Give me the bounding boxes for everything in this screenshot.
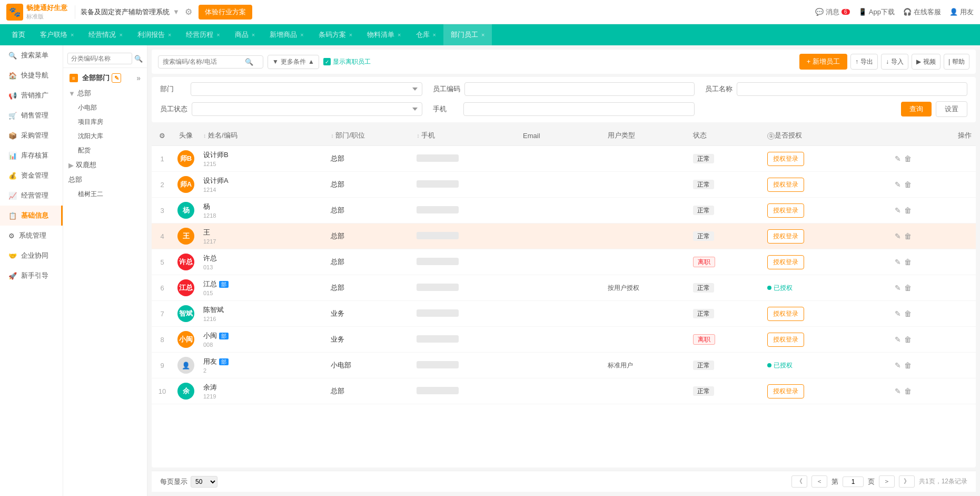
sidebar-item-sales[interactable]: 🛒 销售管理: [0, 105, 63, 125]
tab-history[interactable]: 经营历程 ×: [179, 24, 227, 45]
settings-icon[interactable]: ⚙: [159, 132, 165, 140]
add-employee-button[interactable]: + 新增员工: [799, 54, 847, 70]
delete-icon[interactable]: 🗑: [904, 206, 912, 215]
sort-icon[interactable]: ↕: [203, 132, 206, 139]
reset-button[interactable]: 设置: [936, 101, 967, 117]
sidebar-item-search[interactable]: 🔍 搜索菜单: [0, 45, 63, 65]
tree-node-xiaodian[interactable]: 小电部: [63, 101, 147, 115]
edit-icon[interactable]: ✎: [895, 180, 901, 189]
search-button[interactable]: 查询: [901, 102, 932, 116]
dept-select[interactable]: [191, 82, 422, 96]
edit-icon[interactable]: ✎: [895, 335, 901, 344]
sidebar-item-collab[interactable]: 🤝 企业协同: [0, 246, 63, 266]
tree-node-project[interactable]: 项目库房: [63, 115, 147, 129]
emp-code-input[interactable]: [464, 82, 695, 96]
per-page-select[interactable]: 50 20 100: [191, 476, 217, 488]
sidebar-item-guide[interactable]: 🚀 新手引导: [0, 266, 63, 286]
close-icon[interactable]: ×: [119, 32, 122, 38]
edit-icon[interactable]: ✎: [895, 154, 901, 163]
tree-node-headquarters[interactable]: ▼ 总部: [63, 86, 147, 101]
tab-goods[interactable]: 商品 ×: [227, 24, 262, 45]
app-download-button[interactable]: 📱 App下载: [858, 7, 895, 17]
close-icon[interactable]: ×: [349, 32, 352, 38]
tab-profit[interactable]: 利润报告 ×: [130, 24, 179, 45]
auth-button[interactable]: 授权登录: [767, 203, 804, 218]
next-page-button[interactable]: ＞: [879, 475, 895, 488]
sidebar-item-inventory[interactable]: 📊 库存核算: [0, 145, 63, 166]
export-button[interactable]: ↑ 导出: [850, 54, 878, 70]
trial-button[interactable]: 体验行业方案: [199, 5, 252, 20]
close-icon[interactable]: ×: [398, 32, 401, 38]
sidebar-item-system[interactable]: ⚙ 系统管理: [0, 226, 63, 246]
online-service-button[interactable]: 🎧 在线客服: [903, 7, 941, 17]
auth-button[interactable]: 授权登录: [767, 152, 804, 166]
sidebar-item-finance[interactable]: 💰 资金管理: [0, 166, 63, 186]
tab-department[interactable]: 部门员工 ×: [443, 24, 492, 45]
tree-node-peihuo[interactable]: 配货: [63, 143, 147, 158]
status-select[interactable]: [192, 102, 422, 116]
tree-node-zongbu[interactable]: 总部: [63, 172, 147, 187]
delete-icon[interactable]: 🗑: [904, 284, 912, 292]
gear-icon[interactable]: ⚙: [185, 7, 192, 17]
delete-icon[interactable]: 🗑: [904, 180, 912, 189]
delete-icon[interactable]: 🗑: [904, 154, 912, 163]
delete-icon[interactable]: 🗑: [904, 258, 912, 266]
emp-name-input[interactable]: [737, 82, 967, 96]
tree-node-shenyang[interactable]: 沈阳大库: [63, 129, 147, 143]
close-icon[interactable]: ×: [300, 32, 303, 38]
help-button[interactable]: | 帮助: [944, 54, 969, 70]
edit-icon[interactable]: ✎: [895, 258, 901, 266]
auth-button[interactable]: 授权登录: [767, 307, 804, 321]
show-resigned-toggle[interactable]: ✓ 显示离职员工: [323, 57, 371, 66]
edit-icon[interactable]: ✎: [895, 232, 901, 240]
delete-icon[interactable]: 🗑: [904, 335, 912, 344]
sort-phone-icon[interactable]: ↕: [417, 132, 420, 139]
delete-icon[interactable]: 🗑: [904, 232, 912, 240]
view-button[interactable]: ▶ 视频: [912, 54, 941, 70]
edit-icon[interactable]: ✎: [895, 309, 901, 318]
tab-home[interactable]: 首页: [4, 24, 33, 45]
search-icon[interactable]: 🔍: [245, 58, 253, 66]
close-icon[interactable]: ×: [216, 32, 220, 38]
delete-icon[interactable]: 🗑: [904, 309, 912, 318]
page-number-input[interactable]: [843, 476, 864, 487]
auth-button[interactable]: 授权登录: [767, 255, 804, 269]
tab-warehouse[interactable]: 仓库 ×: [409, 24, 443, 45]
message-button[interactable]: 💬 消息 6: [815, 7, 850, 17]
auth-button[interactable]: 授权登录: [767, 229, 804, 244]
auth-button[interactable]: 授权登录: [767, 333, 804, 347]
tab-customer[interactable]: 客户联络 ×: [33, 24, 81, 45]
tree-collapse-icon[interactable]: »: [136, 74, 141, 82]
tab-operation[interactable]: 经营情况 ×: [81, 24, 130, 45]
edit-icon[interactable]: ✎: [895, 361, 901, 369]
edit-icon[interactable]: ✎: [895, 206, 901, 215]
sidebar-item-management[interactable]: 📈 经营管理: [0, 186, 63, 206]
tree-search-input[interactable]: [67, 53, 132, 64]
user-avatar[interactable]: 👤 用友: [949, 7, 974, 17]
phone-input[interactable]: [463, 102, 695, 116]
first-page-button[interactable]: 《: [791, 475, 807, 488]
tree-search-icon[interactable]: 🔍: [134, 55, 143, 63]
sidebar-item-purchase[interactable]: 📦 采购管理: [0, 125, 63, 145]
close-icon[interactable]: ×: [481, 32, 484, 38]
last-page-button[interactable]: 》: [899, 475, 915, 488]
sidebar-item-basic[interactable]: 📋 基础信息: [0, 206, 63, 226]
search-input[interactable]: [163, 58, 242, 65]
edit-icon[interactable]: ✎: [895, 284, 901, 292]
delete-icon[interactable]: 🗑: [904, 361, 912, 369]
close-icon[interactable]: ×: [252, 32, 255, 38]
tree-node-shuanglu[interactable]: ▶ 双鹿想: [63, 158, 147, 172]
tab-bom[interactable]: 物料清单 ×: [360, 24, 408, 45]
delete-icon[interactable]: 🗑: [904, 387, 912, 395]
close-icon[interactable]: ×: [71, 32, 74, 38]
close-icon[interactable]: ×: [433, 32, 436, 38]
sidebar-item-nav[interactable]: 🏠 快捷导航: [0, 65, 63, 85]
auth-button[interactable]: 授权登录: [767, 384, 804, 398]
sort-dept-icon[interactable]: ↕: [331, 132, 334, 139]
auth-button[interactable]: 授权登录: [767, 178, 804, 192]
tab-new-goods[interactable]: 新增商品 ×: [262, 24, 311, 45]
edit-icon[interactable]: ✎: [895, 387, 901, 395]
prev-page-button[interactable]: ＜: [811, 475, 827, 488]
tree-edit-icon[interactable]: ✎: [112, 73, 121, 83]
sidebar-item-marketing[interactable]: 📢 营销推广: [0, 85, 63, 105]
